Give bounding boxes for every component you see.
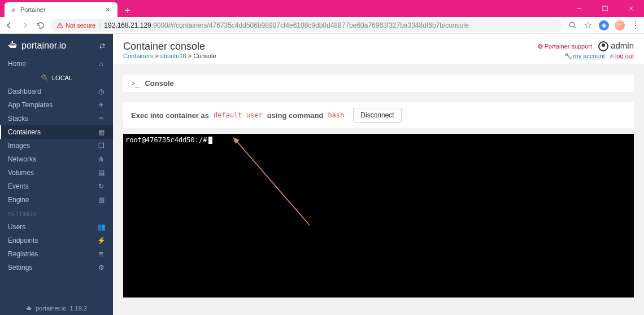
sidebar-item-home[interactable]: Home⌂ bbox=[0, 57, 113, 71]
terminal-icon: >_ bbox=[131, 79, 140, 88]
svg-line-7 bbox=[573, 27, 575, 28]
sidebar-item-endpoints[interactable]: Endpoints⚡ bbox=[0, 234, 113, 247]
home-icon: ⌂ bbox=[97, 60, 105, 68]
exec-prefix: Exec into container as bbox=[131, 111, 209, 120]
new-tab-button[interactable]: ＋ bbox=[121, 3, 134, 17]
disconnect-button[interactable]: Disconnect bbox=[353, 108, 401, 123]
gear-icon: ⚙ bbox=[97, 264, 105, 272]
svg-rect-1 bbox=[603, 6, 607, 11]
chrome-menu-icon[interactable]: ⋮ bbox=[630, 20, 641, 30]
sidebar-footer: ⛴ portainer.io 1.19.2 bbox=[0, 305, 113, 312]
clone-icon: ❐ bbox=[97, 142, 105, 150]
exec-cmd: bash bbox=[328, 111, 344, 119]
sidebar-item-images[interactable]: Images❐ bbox=[0, 139, 113, 152]
sidebar-item-stacks[interactable]: Stacks≡ bbox=[0, 112, 113, 125]
crumb-containers[interactable]: Containers bbox=[123, 53, 153, 59]
user-badge[interactable]: admin bbox=[598, 41, 634, 50]
user-icon bbox=[598, 41, 608, 51]
life-ring-icon: ❂ bbox=[538, 43, 543, 50]
terminal-cursor bbox=[208, 137, 212, 144]
rocket-icon: ✈ bbox=[97, 101, 105, 109]
sidebar-item-templates[interactable]: App Templates✈ bbox=[0, 98, 113, 112]
svg-line-8 bbox=[236, 141, 310, 225]
profile-avatar[interactable] bbox=[615, 20, 625, 30]
sidebar-item-containers[interactable]: Containers▦ bbox=[0, 125, 113, 139]
forward-button[interactable] bbox=[19, 20, 31, 31]
sidebar-item-settings[interactable]: Settings⚙ bbox=[0, 261, 113, 274]
sidebar-item-events[interactable]: Events↻ bbox=[0, 180, 113, 193]
my-account-link[interactable]: my account bbox=[573, 53, 605, 59]
wrench-icon: 🔧 bbox=[564, 53, 572, 59]
minimize-button[interactable] bbox=[566, 0, 592, 17]
sidebar-item-networks[interactable]: Networks⋔ bbox=[0, 152, 113, 166]
sidebar-local-label: 🔌LOCAL bbox=[0, 71, 113, 85]
crumb-container-name[interactable]: ubuntu16 bbox=[160, 53, 186, 59]
not-secure-badge: Not secure bbox=[56, 22, 95, 29]
back-button[interactable] bbox=[3, 20, 15, 31]
terminal[interactable]: root@476735c4dd50:/# bbox=[123, 134, 634, 298]
url-host: 192.168.21.129 bbox=[104, 21, 151, 29]
logout-icon: ⎋ bbox=[610, 53, 614, 59]
sitemap-icon: ⋔ bbox=[97, 155, 105, 163]
plug2-icon: ⚡ bbox=[97, 237, 105, 244]
svg-point-5 bbox=[59, 27, 60, 27]
engine-icon: ▧ bbox=[97, 196, 105, 204]
tab-title: Portainer bbox=[20, 6, 102, 13]
brand-logo[interactable]: ⛴portainer.io bbox=[8, 40, 66, 51]
ship-icon: ⛴ bbox=[26, 305, 32, 312]
favicon-icon: ⎈ bbox=[9, 6, 17, 14]
close-tab-icon[interactable]: ✕ bbox=[105, 6, 113, 14]
exec-panel: Exec into container as default user usin… bbox=[123, 102, 634, 128]
history-icon: ↻ bbox=[97, 182, 105, 190]
ship-icon: ⛴ bbox=[8, 40, 18, 51]
logout-link[interactable]: log out bbox=[615, 53, 634, 59]
stack-icon: ≡ bbox=[97, 115, 105, 123]
search-icon[interactable] bbox=[567, 20, 577, 30]
sidebar-item-registries[interactable]: Registries≣ bbox=[0, 247, 113, 261]
sidebar: ⛴portainer.io ⇄ Home⌂ 🔌LOCAL Dashboard◷ … bbox=[0, 34, 113, 315]
terminal-prompt: root@476735c4dd50:/# bbox=[125, 136, 207, 144]
version-label: 1.19.2 bbox=[69, 305, 87, 312]
page-title: Container console bbox=[123, 41, 216, 53]
sidebar-item-dashboard[interactable]: Dashboard◷ bbox=[0, 85, 113, 98]
sidebar-item-volumes[interactable]: Volumes▤ bbox=[0, 166, 113, 180]
reload-button[interactable] bbox=[35, 20, 46, 31]
crumb-current: Console bbox=[193, 53, 216, 59]
support-link[interactable]: ❂ Portainer support bbox=[538, 43, 592, 50]
exec-user: default user bbox=[214, 111, 263, 119]
database-icon: ≣ bbox=[97, 250, 105, 258]
svg-point-6 bbox=[569, 22, 574, 27]
close-window-button[interactable] bbox=[618, 0, 644, 17]
url-path: :9000/#/containers/476735c4dd506b98907cf… bbox=[151, 21, 469, 29]
plug-icon: 🔌 bbox=[41, 74, 49, 81]
maximize-button[interactable] bbox=[592, 0, 618, 17]
star-icon[interactable]: ☆ bbox=[583, 20, 593, 30]
sidebar-item-users[interactable]: Users👥 bbox=[0, 220, 113, 234]
console-panel-header: >_ Console bbox=[123, 75, 634, 92]
sidebar-section-settings: SETTINGS bbox=[0, 207, 113, 220]
gauge-icon: ◷ bbox=[97, 88, 105, 95]
breadcrumb: Containers > ubuntu16 > Console bbox=[123, 53, 216, 59]
extensions-icon[interactable]: ◉ bbox=[599, 20, 609, 30]
hdd-icon: ▤ bbox=[97, 169, 105, 177]
grid-icon: ▦ bbox=[97, 128, 105, 136]
annotation-arrow bbox=[230, 135, 332, 237]
address-bar[interactable]: Not secure | 192.168.21.129:9000/#/conta… bbox=[51, 19, 563, 32]
users-icon: 👥 bbox=[97, 223, 105, 231]
sidebar-toggle-icon[interactable]: ⇄ bbox=[99, 42, 105, 50]
sidebar-item-engine[interactable]: Engine▧ bbox=[0, 193, 113, 207]
browser-tab[interactable]: ⎈ Portainer ✕ bbox=[5, 2, 118, 17]
exec-mid: using command bbox=[267, 111, 324, 120]
